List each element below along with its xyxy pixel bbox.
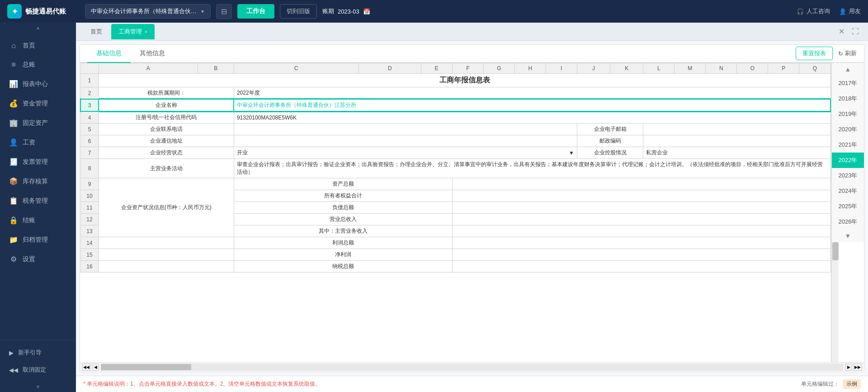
company-dropdown-icon: ▼: [200, 9, 205, 14]
horizontal-scrollbar[interactable]: [101, 363, 843, 371]
year-item-2019[interactable]: 2019年: [832, 106, 864, 122]
scrollbar-thumb-h[interactable]: [101, 364, 191, 370]
year-item-2021[interactable]: 2021年: [832, 137, 864, 153]
sidebar-item-report[interactable]: 📊 报表中心: [0, 74, 76, 94]
value-tax-period[interactable]: 2022年度: [234, 87, 830, 100]
workbench-button[interactable]: 工作台: [237, 4, 274, 19]
new-guide-item[interactable]: ▶ 新手引导: [0, 344, 76, 361]
vertical-scrollbar[interactable]: [831, 242, 839, 362]
home-tab-label: 首页: [90, 28, 102, 36]
sidebar-item-invoice[interactable]: 🧾 发票管理: [0, 152, 76, 172]
refresh-label: 刷新: [845, 49, 857, 57]
scroll-left-start[interactable]: ◀◀: [82, 363, 91, 371]
label-total-assets: 资产总额: [234, 178, 452, 190]
user-area[interactable]: 👤 用友: [839, 7, 861, 15]
scrollbar-thumb-v[interactable]: [832, 242, 839, 260]
value-total-assets[interactable]: [452, 178, 830, 190]
row-number: 2: [80, 87, 99, 100]
scroll-right-end[interactable]: ▶▶: [853, 363, 862, 371]
year-item-2024[interactable]: 2024年: [832, 183, 864, 199]
col-header-b: B: [198, 63, 234, 74]
unpin-label: 取消固定: [23, 366, 46, 374]
value-phone[interactable]: [234, 124, 577, 135]
sub-tabs-right: 重置报表 ↻ 刷新: [796, 47, 857, 60]
value-biz-status[interactable]: 开业 ▼: [234, 147, 577, 159]
value-total-revenue[interactable]: [452, 214, 830, 225]
guide-icon: ▶: [9, 349, 14, 356]
col-header-j: J: [577, 63, 610, 74]
value-address[interactable]: [234, 135, 577, 147]
value-reg-code[interactable]: 91320100MA208E5W6K: [234, 111, 830, 124]
scroll-right[interactable]: ▶: [845, 363, 852, 371]
value-postcode[interactable]: [643, 135, 830, 147]
label-reg-code: 注册号/统一社会信用代码: [99, 111, 234, 124]
value-email[interactable]: [643, 124, 830, 135]
sidebar-label-wage: 工资: [23, 139, 35, 147]
consult-button[interactable]: 🎧 人工咨询: [797, 7, 830, 15]
value-total-profit[interactable]: [452, 237, 830, 249]
value-net-profit[interactable]: [452, 249, 830, 261]
label-phone: 企业联系电话: [99, 124, 234, 135]
home-icon: ⌂: [9, 42, 18, 50]
copy-button[interactable]: ⊟: [216, 4, 232, 19]
sidebar-label-report: 报表中心: [23, 80, 48, 88]
year-item-2018[interactable]: 2018年: [832, 91, 864, 106]
year-scroll-down[interactable]: ▼: [832, 229, 864, 242]
right-panel: ▲ 2017年 2018年 2019年 2020年 2021年 2022年 20…: [831, 63, 864, 362]
main-layout: ▲ ⌂ 首页 ≡ 总账 📊 报表中心 💰 资金管理 🏢 固定资产: [0, 23, 868, 392]
year-item-2020[interactable]: 2020年: [832, 122, 864, 137]
sidebar-label-settings: 设置: [23, 255, 35, 263]
value-total-tax[interactable]: [452, 261, 830, 272]
sidebar-item-inventory[interactable]: 📦 库存核算: [0, 172, 76, 191]
year-item-2026[interactable]: 2026年: [832, 214, 864, 229]
tab-expand-button[interactable]: ⛶: [850, 25, 861, 38]
value-total-liabilities[interactable]: [452, 202, 830, 214]
new-guide-label: 新手引导: [18, 349, 42, 357]
sidebar-item-close[interactable]: 🔒 结账: [0, 210, 76, 230]
sidebar-item-settings[interactable]: ⚙ 设置: [0, 249, 76, 269]
unpin-item[interactable]: ◀◀ 取消固定: [0, 361, 76, 378]
top-header: ✦ 畅捷通易代账 中审众环会计师事务所（特殊普通合伙… ▼ ⊟ 工作台 切到旧版…: [0, 0, 868, 23]
tab-commerce[interactable]: 工商管理 ×: [111, 24, 155, 39]
sidebar-item-archive[interactable]: 📁 归档管理: [0, 230, 76, 249]
sidebar-scroll-up[interactable]: ▲: [0, 23, 76, 33]
calendar-icon[interactable]: 📅: [363, 8, 370, 15]
scroll-left[interactable]: ◀: [92, 363, 99, 371]
value-holding[interactable]: 私营企业: [643, 147, 830, 159]
old-version-button[interactable]: 切到旧版: [280, 4, 317, 19]
reset-report-button[interactable]: 重置报表: [796, 47, 833, 60]
col-header-q: Q: [799, 63, 830, 74]
year-item-2022[interactable]: 2022年: [832, 153, 864, 168]
col-header-a: A: [99, 63, 198, 74]
sidebar-item-home[interactable]: ⌂ 首页: [0, 36, 76, 55]
sub-tab-basic[interactable]: 基础信息: [87, 45, 131, 63]
spreadsheet-bottom: ◀◀ ◀ ▶ ▶▶: [80, 362, 864, 372]
year-item-2017[interactable]: 2017年: [832, 76, 864, 91]
year-item-2023[interactable]: 2023年: [832, 168, 864, 183]
value-main-revenue[interactable]: [452, 225, 830, 237]
tab-close-window-button[interactable]: ✕: [837, 25, 846, 38]
value-owner-equity[interactable]: [452, 190, 830, 202]
spreadsheet-container[interactable]: A B C D E F G H I J K L: [80, 63, 831, 362]
company-selector[interactable]: 中审众环会计师事务所（特殊普通合伙… ▼: [85, 4, 211, 19]
sub-tab-other[interactable]: 其他信息: [131, 45, 174, 63]
row-number: 7: [80, 147, 99, 159]
year-scroll-up[interactable]: ▲: [832, 63, 864, 76]
sidebar-item-tax[interactable]: 📋 税务管理: [0, 191, 76, 210]
title-cell[interactable]: 工商年报信息表: [99, 74, 830, 87]
row-number: 9: [80, 178, 99, 190]
table-row: 7 企业经营状态 开业 ▼ 企业控股情况 私营企业: [80, 147, 830, 159]
value-company-name[interactable]: 中审众环会计师事务所（特殊普通合伙）江苏分所: [234, 99, 830, 111]
sidebar-item-ledger[interactable]: ≡ 总账: [0, 55, 76, 74]
period-area: 账期 2023-03 📅: [322, 7, 370, 15]
refresh-button[interactable]: ↻ 刷新: [838, 49, 857, 57]
tab-close-icon[interactable]: ×: [145, 29, 147, 34]
tab-home[interactable]: 首页: [83, 24, 109, 39]
sidebar-item-wage[interactable]: 👤 工资: [0, 133, 76, 152]
sidebar-item-fund[interactable]: 💰 资金管理: [0, 94, 76, 113]
sidebar-scroll-down[interactable]: ▼: [0, 382, 76, 392]
value-main-biz[interactable]: 审查企业会计报表；出具审计报告；验证企业资本；出具验资报告；办理企业合并、分立、…: [234, 159, 830, 178]
biz-status-arrow[interactable]: ▼: [569, 150, 574, 156]
year-item-2025[interactable]: 2025年: [832, 199, 864, 214]
sidebar-item-asset[interactable]: 🏢 固定资产: [0, 113, 76, 133]
